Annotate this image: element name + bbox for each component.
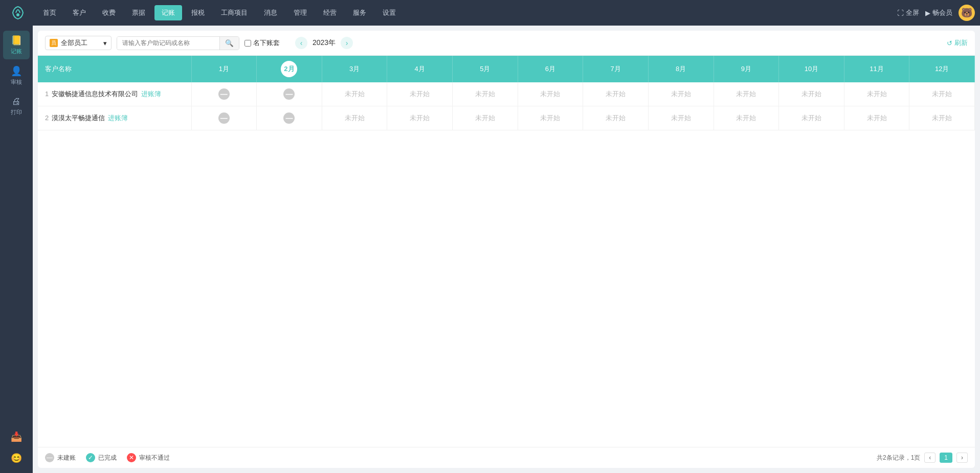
col-header-feb: 2月 [257, 56, 322, 82]
status-not-started: 未开始 [867, 114, 887, 122]
nav-fee[interactable]: 收费 [95, 5, 123, 20]
nav-operation[interactable]: 经营 [316, 5, 344, 20]
search-input[interactable] [117, 37, 219, 49]
cell-name-0: 1安徽畅捷通信息技术有限公司进账簿 [38, 82, 191, 106]
enter-link-1[interactable]: 进账簿 [108, 114, 128, 122]
legend-completed-label: 已完成 [98, 454, 117, 462]
nav-invoice[interactable]: 票据 [125, 5, 152, 20]
status-not-started: 未开始 [540, 90, 560, 98]
status-not-started: 未开始 [540, 114, 560, 122]
vip-btn[interactable]: ▶ 畅会员 [925, 8, 952, 17]
my-accounts-checkbox[interactable] [244, 40, 251, 47]
cell-month-0-4: 未开始 [453, 82, 518, 106]
total-records: 共2条记录，1页 [877, 454, 920, 462]
nav-message[interactable]: 消息 [257, 5, 284, 20]
cell-month-1-7: 未开始 [648, 106, 714, 130]
cell-month-1-2: 未开始 [322, 106, 387, 130]
sidebar-label-accounting: 记账 [11, 48, 22, 55]
status-not-started: 未开始 [801, 90, 821, 98]
enter-link-0[interactable]: 进账簿 [141, 90, 161, 98]
status-not-started: 未开始 [410, 114, 430, 122]
status-not-started: 未开始 [932, 114, 952, 122]
prev-page-btn[interactable]: ‹ [924, 453, 936, 463]
employee-badge: 员 [50, 39, 58, 47]
sidebar-item-download[interactable]: 📥 [3, 427, 30, 446]
nav-home[interactable]: 首页 [36, 5, 63, 20]
next-page-btn[interactable]: › [956, 453, 968, 463]
svg-point-0 [16, 13, 19, 16]
refresh-button[interactable]: ↺ 刷新 [947, 38, 968, 48]
active-month-circle: 2月 [281, 61, 297, 77]
review-icon: 👤 [11, 65, 22, 77]
row-num: 2 [45, 114, 49, 122]
user-avatar[interactable]: 🐻 [959, 5, 975, 21]
nav-business[interactable]: 工商项目 [214, 5, 255, 20]
cell-month-0-2: 未开始 [322, 82, 387, 106]
row-num: 1 [45, 90, 49, 98]
table-row: 2漠漠太平畅捷通信进账簿——未开始未开始未开始未开始未开始未开始未开始未开始未开… [38, 106, 975, 130]
print-icon: 🖨 [12, 96, 21, 107]
prev-year-btn[interactable]: ‹ [295, 37, 307, 49]
cell-month-1-6: 未开始 [583, 106, 649, 130]
sidebar-item-print[interactable]: 🖨 打印 [3, 92, 30, 120]
nav-customer[interactable]: 客户 [65, 5, 93, 20]
table-row: 1安徽畅捷通信息技术有限公司进账簿——未开始未开始未开始未开始未开始未开始未开始… [38, 82, 975, 106]
cell-month-1-11: 未开始 [909, 106, 975, 130]
sidebar-item-review[interactable]: 👤 审核 [3, 61, 30, 90]
next-year-btn[interactable]: › [341, 37, 353, 49]
cell-month-0-7: 未开始 [648, 82, 714, 106]
search-button[interactable]: 🔍 [219, 37, 239, 50]
page-1-btn[interactable]: 1 [940, 453, 952, 463]
cell-month-1-8: 未开始 [714, 106, 779, 130]
status-not-started: 未开始 [475, 114, 495, 122]
cell-month-1-0: — [191, 106, 257, 130]
status-dash: — [218, 88, 230, 100]
status-not-started: 未开始 [932, 90, 952, 98]
col-header-apr: 4月 [387, 56, 453, 82]
col-header-mar: 3月 [322, 56, 387, 82]
legend-grey-icon: — [45, 453, 54, 462]
cell-month-1-1: — [257, 106, 322, 130]
legend-red-icon: ✕ [127, 453, 136, 462]
status-not-started: 未开始 [736, 90, 756, 98]
status-not-started: 未开始 [345, 114, 365, 122]
sidebar-item-accounting[interactable]: 📒 记账 [3, 31, 30, 59]
legend-not-started: — 未建账 [45, 453, 76, 462]
status-dash: — [283, 88, 295, 100]
legend-rejected-label: 审核不通过 [139, 454, 170, 462]
pagination: 共2条记录，1页 ‹ 1 › [877, 453, 968, 463]
col-header-aug: 8月 [648, 56, 714, 82]
nav-management[interactable]: 管理 [286, 5, 314, 20]
search-box: 🔍 [117, 36, 239, 50]
nav-service[interactable]: 服务 [346, 5, 373, 20]
main-table: 客户名称 1月 2月 3月 4月 5月 6月 7月 8月 9月 [38, 56, 975, 130]
nav-tax[interactable]: 报税 [184, 5, 212, 20]
col-header-dec: 12月 [909, 56, 975, 82]
col-header-oct: 10月 [779, 56, 844, 82]
cell-month-1-10: 未开始 [844, 106, 909, 130]
accounting-icon: 📒 [11, 35, 22, 46]
status-not-started: 未开始 [606, 114, 626, 122]
year-label: 2023年 [313, 38, 336, 48]
top-nav: 首页 客户 收费 票据 记账 报税 工商项目 消息 管理 经营 服务 设置 [36, 5, 897, 20]
support-icon: 😊 [11, 453, 22, 464]
cell-month-0-5: 未开始 [518, 82, 583, 106]
employee-select[interactable]: 员 全部员工 ▾ [45, 36, 112, 50]
fullscreen-btn[interactable]: ⛶ 全屏 [897, 8, 919, 17]
sidebar-item-support[interactable]: 😊 [3, 448, 30, 468]
cell-month-1-9: 未开始 [779, 106, 844, 130]
col-header-nov: 11月 [844, 56, 909, 82]
sidebar-label-review: 审核 [11, 78, 22, 86]
status-not-started: 未开始 [736, 114, 756, 122]
app-logo [5, 5, 31, 21]
my-accounts-checkbox-label[interactable]: 名下账套 [244, 38, 280, 48]
nav-settings[interactable]: 设置 [375, 5, 403, 20]
status-not-started: 未开始 [801, 114, 821, 122]
legend-teal-icon: ✓ [86, 453, 95, 462]
cell-month-0-11: 未开始 [909, 82, 975, 106]
legend-rejected: ✕ 审核不通过 [127, 453, 170, 462]
col-header-may: 5月 [453, 56, 518, 82]
col-header-jan: 1月 [191, 56, 257, 82]
cell-month-0-0: — [191, 82, 257, 106]
nav-accounting[interactable]: 记账 [154, 5, 182, 20]
